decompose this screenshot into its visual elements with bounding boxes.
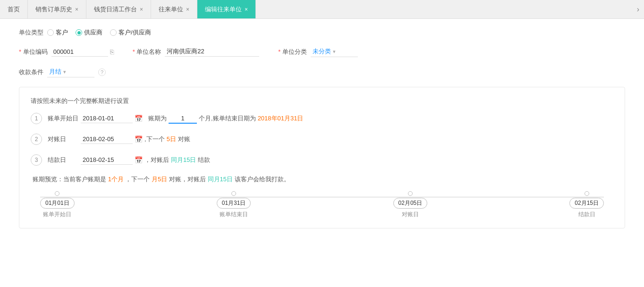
step-date-input-3[interactable] [81,155,133,165]
timeline-nodes: 01月01日 账单开始日 01月31日 账单结束日 02月05日 对账日 02月… [40,191,604,219]
tab-partner-unit[interactable]: 往来单位 × [151,0,197,18]
unit-category-field: 单位分类 未分类 ▾ [278,46,358,57]
timeline-node-sublabel-3: 结款日 [578,211,595,219]
chevron-down-icon: ▾ [333,49,336,55]
calendar-icon-3[interactable]: 📅 [135,156,143,164]
panel-hint: 请按照未来的一个完整帐期进行设置 [31,97,613,105]
step-date-input-2[interactable] [81,135,133,144]
timeline-node-label-0: 01月01日 [40,198,75,209]
step-period-input[interactable] [169,114,197,124]
step3-suffix-prefix: ，对账后 [144,156,169,164]
unit-category-label: 单位分类 [278,48,307,56]
timeline-node-label-2: 02月05日 [393,198,428,209]
preview-part2-highlight: 月5日 [152,176,167,183]
step-label-2: 对账日 [48,135,81,144]
step-label-3: 结款日 [48,156,81,164]
unit-code-input[interactable] [51,47,108,57]
tab-sales-history[interactable]: 销售订单历史 × [28,0,86,18]
step2-suffix-highlight: 5日 [167,135,176,144]
unit-type-radio-group: 客户 供应商 客户/供应商 [47,28,151,37]
payment-condition-field: 收款条件 月结 ▾ ? [19,67,106,77]
timeline-dot-1 [231,191,236,196]
close-tab-cash-workbench[interactable]: × [140,6,143,13]
unit-info-row: 单位编码 ⎘ 单位名称 单位分类 未分类 ▾ [19,46,625,57]
close-tab-sales-history[interactable]: × [75,6,78,13]
step3-suffix-highlight: 同月15日 [171,156,196,164]
step1-period-prefix: 账期为 [148,114,167,123]
timeline-node-3: 02月15日 结款日 [569,191,604,219]
tab-edit-partner[interactable]: 编辑往来单位 × [197,0,256,18]
unit-code-label: 单位编码 [19,48,48,56]
radio-customer-supplier[interactable]: 客户/供应商 [110,28,151,37]
payment-condition-select[interactable]: 月结 ▾ [47,67,94,77]
step3-suffix-end: 结款 [198,156,210,164]
timeline-node-label-1: 01月31日 [217,198,251,209]
unit-type-row: 单位类型 客户 供应商 客户/供应商 [19,28,625,37]
step-num-2: 2 [31,134,42,145]
preview-label: 账期预览：当前客户账期是 [33,176,106,183]
step-row-3: 3 结款日 📅 ，对账后 同月15日 结款 [31,154,613,166]
step1-period-end: 2018年01月31日 [258,114,304,123]
tabs-bar: 首页 销售订单历史 × 钱货日清工作台 × 往来单位 × 编辑往来单位 × › [0,0,644,19]
timeline-node-sublabel-1: 账单结束日 [220,211,248,219]
radio-circle-customer-supplier [110,29,117,36]
preview-part1-suffix: ，下一个 [125,176,150,183]
unit-code-field: 单位编码 ⎘ [19,47,114,57]
payment-condition-value: 月结 [49,68,61,76]
tab-home[interactable]: 首页 [0,0,28,18]
chevron-down-icon-2: ▾ [63,69,66,75]
step-row-1: 1 账单开始日 📅 账期为 个月,账单结束日期为 2018年01月31日 [31,113,613,124]
preview-part1-highlight: 1个月 [108,176,124,183]
tab-overflow-button[interactable]: › [632,0,644,18]
preview-part3-highlight: 同月15日 [208,176,233,183]
timeline-node-sublabel-2: 对账日 [402,211,419,219]
payment-condition-label: 收款条件 [19,68,43,76]
billing-panel: 请按照未来的一个完整帐期进行设置 1 账单开始日 📅 账期为 个月,账单结束日期… [19,87,625,228]
preview-part3-suffix: 该客户会给我打款。 [235,176,290,183]
preview-text: 账期预览：当前客户账期是 1个月 ，下一个 月5日 对账，对账后 同月15日 该… [31,175,613,184]
radio-circle-customer [47,29,54,36]
radio-customer[interactable]: 客户 [47,28,68,37]
timeline-node-1: 01月31日 账单结束日 [217,191,251,219]
unit-type-field: 单位类型 客户 供应商 客户/供应商 [19,28,151,37]
unit-name-input[interactable] [165,47,259,57]
step-num-1: 1 [31,113,42,124]
timeline-dot-3 [585,191,589,196]
tab-cash-workbench[interactable]: 钱货日清工作台 × [86,0,151,18]
help-icon[interactable]: ? [98,68,106,76]
close-tab-partner-unit[interactable]: × [186,6,189,13]
unit-name-label: 单位名称 [133,48,161,56]
step-label-1: 账单开始日 [48,114,81,123]
unit-category-select[interactable]: 未分类 ▾ [311,46,358,57]
step-row-2: 2 对账日 📅 ,下一个 5日 对账 [31,134,613,145]
preview-part2-suffix: 对账，对账后 [169,176,206,183]
step2-suffix-prefix: ,下一个 [144,135,165,144]
unit-type-label: 单位类型 [19,28,43,37]
step-date-input-1[interactable] [81,114,133,123]
main-content: 单位类型 客户 供应商 客户/供应商 单位编码 ⎘ [0,19,644,287]
timeline-dot-0 [55,191,59,196]
timeline-dot-2 [408,191,413,196]
payment-condition-row: 收款条件 月结 ▾ ? [19,67,625,77]
radio-circle-supplier [76,29,82,36]
step1-period-unit: 个月,账单结束日期为 [199,114,256,123]
unit-category-value: 未分类 [313,47,331,56]
calendar-icon-1[interactable]: 📅 [135,115,143,122]
timeline: 01月01日 账单开始日 01月31日 账单结束日 02月05日 对账日 02月… [31,191,613,219]
timeline-node-0: 01月01日 账单开始日 [40,191,75,219]
step2-suffix-end: 对账 [178,135,190,144]
copy-icon[interactable]: ⎘ [110,48,114,56]
timeline-node-2: 02月05日 对账日 [393,191,428,219]
step-num-3: 3 [31,154,42,166]
radio-supplier[interactable]: 供应商 [76,28,102,37]
unit-name-field: 单位名称 [133,47,260,57]
calendar-icon-2[interactable]: 📅 [135,135,143,143]
timeline-node-sublabel-0: 账单开始日 [43,211,71,219]
close-tab-edit-partner[interactable]: × [245,6,248,13]
timeline-node-label-3: 02月15日 [569,198,604,209]
